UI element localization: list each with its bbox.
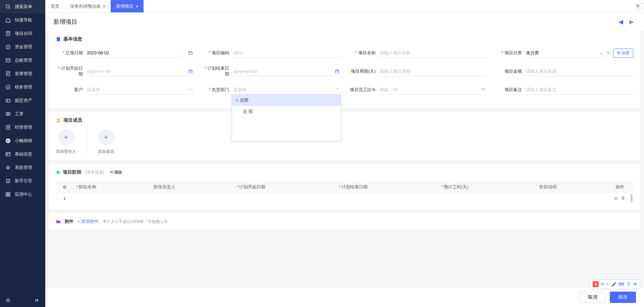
- th-end: 计划结束日期: [335, 182, 438, 193]
- ime-toolbar[interactable]: S 中 •, 🎤 ⌨ 👕 ⚒: [590, 280, 640, 289]
- th-owner: 阶段负责人: [150, 182, 233, 193]
- section-title-text: 项目阶段: [63, 169, 82, 175]
- cancel-button[interactable]: 取消: [580, 292, 606, 303]
- svg-line-1: [9, 8, 10, 9]
- dropdown-item-child[interactable]: 总 部: [232, 106, 340, 117]
- sidebar-item-ledger[interactable]: 总账管理: [0, 54, 45, 67]
- section-title-text: 基本信息: [63, 36, 82, 42]
- sidebar-item-funds[interactable]: 资金管理: [0, 40, 45, 54]
- th-hours: 预计工时(天): [438, 182, 536, 193]
- input-proj-class[interactable]: [525, 48, 598, 57]
- sidebar-item-assets[interactable]: 固定资产: [0, 94, 45, 107]
- input-proj-name[interactable]: [378, 48, 487, 57]
- help-icon[interactable]: ?⃝: [606, 51, 610, 56]
- funds-icon: [5, 44, 11, 50]
- add-member-button[interactable]: +: [98, 129, 114, 145]
- sidebar-item-tax[interactable]: 税务管理: [0, 80, 45, 94]
- add-row-icon[interactable]: ⊕: [614, 196, 618, 201]
- ime-lang[interactable]: 中: [601, 282, 605, 287]
- ime-tool-icon[interactable]: ⚒: [633, 282, 637, 287]
- svg-rect-14: [6, 125, 10, 129]
- svg-rect-39: [335, 70, 339, 73]
- input-proj-code[interactable]: [232, 48, 340, 57]
- nav-next-icon[interactable]: ▶: [627, 17, 636, 26]
- collapse-icon[interactable]: [35, 298, 40, 303]
- cell-hours[interactable]: [438, 193, 536, 204]
- calendar-icon[interactable]: [187, 69, 194, 74]
- calendar-icon[interactable]: [333, 69, 341, 74]
- cell-end[interactable]: [335, 193, 438, 204]
- svg-point-9: [6, 85, 10, 89]
- svg-point-44: [56, 171, 60, 174]
- input-plan-start[interactable]: [86, 67, 187, 76]
- chevron-up-icon[interactable]: ⌃: [334, 87, 341, 92]
- sidebar-search[interactable]: 搜索菜单: [0, 0, 45, 13]
- more-icon[interactable]: ⋯: [187, 87, 194, 92]
- input-plan-end[interactable]: [232, 67, 333, 76]
- home-icon: [5, 17, 11, 23]
- ime-skin-icon[interactable]: 👕: [626, 282, 631, 287]
- add-attachment-button[interactable]: + 添加附件: [77, 219, 99, 225]
- save-button[interactable]: 保存: [610, 292, 636, 303]
- svg-text:C: C: [7, 139, 9, 142]
- calendar-icon[interactable]: [187, 51, 194, 55]
- footer: 取消 保存: [45, 287, 644, 307]
- invoice-icon: [5, 71, 11, 76]
- sidebar-item-expense[interactable]: C 小畅报销: [0, 134, 45, 147]
- sidebar-item-contract[interactable]: 项目合同: [0, 27, 45, 40]
- sidebar-item-guide[interactable]: 新手引导: [0, 174, 45, 188]
- cell-start[interactable]: [233, 193, 335, 204]
- nav-prev-icon[interactable]: ◀: [616, 17, 625, 26]
- cell-owner[interactable]: [150, 193, 233, 204]
- sidebar-item-baseinfo[interactable]: 基础信息: [0, 147, 45, 161]
- tax-icon: [5, 84, 11, 90]
- ime-keyboard-icon[interactable]: ⌨: [619, 282, 624, 287]
- input-dept[interactable]: [232, 85, 334, 94]
- sidebar-item-label: 新手引导: [15, 178, 32, 184]
- fullscreen-icon[interactable]: [637, 3, 643, 9]
- add-owner-button[interactable]: +: [58, 129, 74, 145]
- sidebar-item-invoice[interactable]: 发票管理: [0, 67, 45, 80]
- settings-button[interactable]: ⚙ 设置: [613, 49, 633, 58]
- table-row[interactable]: 1 ⊕ 🗑: [56, 193, 633, 204]
- close-icon[interactable]: ×: [136, 4, 138, 9]
- tab-label: 首页: [51, 3, 59, 9]
- th-gear[interactable]: ⚙: [56, 182, 73, 193]
- tab-home[interactable]: 首页: [45, 0, 65, 12]
- chevron-down-icon[interactable]: ⌄: [598, 50, 604, 55]
- ime-punct-icon[interactable]: •,: [607, 282, 609, 287]
- guide-icon: [5, 178, 11, 184]
- sidebar-item-salary[interactable]: 工资: [0, 107, 45, 121]
- member-icon: [56, 118, 61, 123]
- svg-rect-12: [6, 113, 10, 115]
- input-amount[interactable]: [525, 67, 633, 76]
- ime-mic-icon[interactable]: 🎤: [611, 282, 616, 287]
- table-scrollbar[interactable]: [631, 194, 633, 202]
- cell-desc[interactable]: [536, 193, 606, 204]
- cell-name[interactable]: [73, 193, 150, 204]
- input-progress[interactable]: [378, 85, 480, 94]
- delete-row-icon[interactable]: 🗑: [621, 196, 626, 201]
- add-member: + 添加成员: [98, 129, 114, 155]
- svg-rect-6: [6, 59, 10, 62]
- stage-table: ⚙ 阶段名称 阶段负责人 计划开始日期 计划结束日期 预计工时(天) 阶段说明 …: [56, 181, 633, 204]
- sidebar-item-apps[interactable]: 应用中心: [0, 188, 45, 201]
- gear-icon[interactable]: [5, 298, 11, 303]
- input-remark[interactable]: [525, 85, 633, 94]
- dropdown-item-parent[interactable]: ▾ 总部: [232, 95, 340, 106]
- close-icon[interactable]: ×: [103, 4, 105, 9]
- svg-rect-31: [189, 52, 192, 55]
- sidebar-item-quicknav[interactable]: 快捷导航: [0, 13, 45, 27]
- sidebar-item-system[interactable]: 系统管理: [0, 161, 45, 174]
- sidebar-item-biz[interactable]: 经营管理: [0, 121, 45, 134]
- svg-point-28: [7, 300, 9, 301]
- biz-icon: [5, 125, 11, 130]
- input-customer[interactable]: [86, 85, 187, 94]
- tab-profit-estimate[interactable]: 业务利润预估表 ×: [65, 0, 111, 12]
- clear-button[interactable]: ⟲ 清除: [110, 170, 122, 175]
- input-duration[interactable]: [378, 67, 487, 76]
- tab-new-project[interactable]: 新增项目 ×: [111, 0, 144, 12]
- help-icon[interactable]: ?⃝: [480, 87, 487, 92]
- cell-op: ⊕ 🗑: [606, 193, 633, 204]
- input-proj-date[interactable]: [86, 48, 187, 57]
